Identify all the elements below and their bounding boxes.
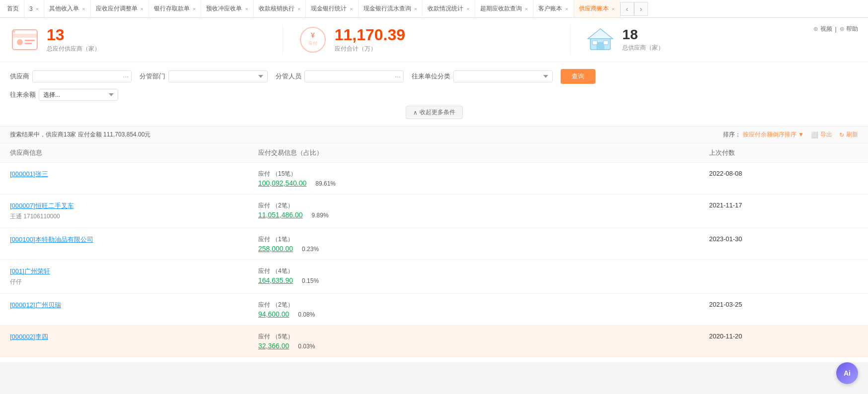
supplier-link-2[interactable]: [000100]本特勒油品有限公司	[10, 236, 93, 243]
supplier-info-3: [001]广州荣轩 仔仔	[10, 267, 258, 286]
nav-arrow-left[interactable]: ‹	[620, 2, 634, 16]
close-tab-customer-account[interactable]: ×	[565, 6, 568, 12]
nav-tab-cash-bank-flow-label: 现金银行流水查询	[363, 4, 411, 13]
payable-total-label: 应付合计（万）	[335, 45, 405, 53]
search-field-category: 往来单位分类	[412, 70, 553, 82]
video-link[interactable]: ⊙ 视频	[813, 25, 832, 33]
svg-text:¥: ¥	[12, 29, 15, 34]
last-pay-date-1: 2021-11-17	[709, 201, 742, 209]
supplier-sub-3: 仔仔	[10, 278, 258, 286]
close-tab-cash-bank-flow[interactable]: ×	[414, 6, 417, 12]
close-tab-collect-verify[interactable]: ×	[297, 6, 300, 12]
close-tab-cash-bank-stat[interactable]: ×	[350, 6, 353, 12]
table-header: 供应商信息 应付交易信息（占比） 上次付数	[0, 143, 868, 163]
sort-label-text: 排序：	[723, 131, 741, 138]
nav-tab-supplier-account[interactable]: 供应商账本 ×	[574, 0, 620, 17]
table-row: [001]广州荣轩 仔仔 应付 （4笔） 164,635.90 0.15%	[0, 260, 868, 294]
category-select[interactable]	[453, 70, 553, 82]
nav-tab-customer-account[interactable]: 客户账本 ×	[533, 0, 574, 17]
close-tab-payable-adjust[interactable]: ×	[141, 6, 144, 12]
person-input[interactable]	[304, 70, 404, 82]
supplier-input[interactable]	[32, 70, 132, 82]
percent-2: 0.23%	[302, 246, 319, 253]
nav-tab-overdue-query[interactable]: 超期应收款查询 ×	[475, 0, 533, 17]
tx-label-0: 应付	[258, 170, 270, 178]
last-pay-date-0: 2022-08-08	[709, 170, 742, 177]
supplier-link-4[interactable]: [000012]广州贝瑞	[10, 301, 61, 309]
refresh-button[interactable]: ↻ 刷新	[839, 131, 858, 139]
nav-tab-cash-bank-flow[interactable]: 现金银行流水查询 ×	[359, 0, 423, 17]
supplier-info-4: [000012]广州贝瑞	[10, 301, 258, 312]
tx-label-5: 应付	[258, 332, 270, 341]
supplier-link-3[interactable]: [001]广州荣轩	[10, 267, 50, 275]
tx-row-1: 应付 （2笔）	[258, 201, 709, 210]
stat-info-payable-suppliers: 13 总应付供应商（家）	[47, 27, 100, 53]
nav-tab-cash-bank-stat[interactable]: 现金银行统计 ×	[306, 0, 358, 17]
nav-tab-payable-adjust-label: 应收应付调整单	[96, 4, 138, 13]
dept-select[interactable]	[168, 70, 268, 82]
nav-tab-other-income[interactable]: 其他收入单 ×	[44, 0, 90, 17]
nav-tab-home[interactable]: 首页	[2, 0, 24, 17]
total-suppliers-label: 总供应商（家）	[622, 44, 664, 52]
sort-value[interactable]: 按应付余额倒序排序 ▼	[743, 131, 804, 138]
close-tab-bank-deposit[interactable]: ×	[193, 6, 196, 12]
supplier-link-0[interactable]: [000001]张三	[10, 170, 48, 178]
top-navigation: 首页 3 × 其他收入单 × 应收应付调整单 × 银行存取款单 × 预收冲应收单…	[0, 0, 868, 18]
collapse-button[interactable]: ∧ 收起更多条件	[406, 106, 463, 119]
close-tab-other-income[interactable]: ×	[82, 6, 85, 12]
link-separator: |	[835, 26, 837, 33]
payable-total-amount: 11,170.39	[335, 27, 405, 43]
amount-value-5[interactable]: 32,366.00	[258, 342, 289, 350]
tx-count-2: （1笔）	[272, 235, 293, 244]
col-header-last-pay: 上次付数	[709, 148, 858, 157]
amount-value-0[interactable]: 100,092,540.00	[258, 179, 306, 187]
tx-info-3: 应付 （4笔） 164,635.90 0.15%	[258, 267, 709, 284]
supplier-label: 供应商	[10, 72, 29, 81]
export-button[interactable]: ⬜ 导出	[811, 131, 832, 139]
tx-row-3: 应付 （4笔）	[258, 267, 709, 275]
svg-text:¥: ¥	[311, 31, 315, 39]
supplier-link-5[interactable]: [000002]李四	[10, 333, 48, 340]
nav-tab-payable-adjust[interactable]: 应收应付调整单 ×	[91, 0, 149, 17]
amount-value-2[interactable]: 258,000.00	[258, 245, 293, 253]
collapse-label: 收起更多条件	[420, 108, 455, 117]
percent-5: 0.03%	[298, 343, 315, 350]
dept-label: 分管部门	[140, 72, 165, 81]
balance-select[interactable]: 选择...	[39, 89, 118, 101]
nav-arrow-right[interactable]: ›	[634, 2, 648, 16]
last-pay-0: 2022-08-08	[709, 170, 858, 177]
table-body: [000001]张三 应付 （15笔） 100,092,540.00 89.61…	[0, 163, 868, 357]
supplier-input-wrapper: ···	[32, 70, 132, 82]
nav-tab-collect-verify[interactable]: 收款核销执行 ×	[254, 0, 306, 17]
last-pay-date-4: 2021-03-25	[709, 301, 742, 308]
close-tab-collect-status[interactable]: ×	[466, 6, 469, 12]
last-pay-2: 2023-01-30	[709, 235, 858, 243]
nav-tab-collect-status[interactable]: 收款情况统计 ×	[423, 0, 475, 17]
dept-select-wrapper	[168, 70, 268, 82]
header-help-links: ⊙ 视频 | ⊙ 帮助	[813, 25, 858, 33]
close-tab-overdue-query[interactable]: ×	[525, 6, 528, 12]
nav-tab-bank-deposit[interactable]: 银行存取款单 ×	[149, 0, 201, 17]
close-tab-supplier-account[interactable]: ×	[612, 6, 615, 12]
tx-count-5: （5笔）	[272, 332, 293, 341]
supplier-link-1[interactable]: [000007]恒旺二手叉车	[10, 202, 74, 209]
tx-row-5: 应付 （5笔）	[258, 332, 709, 341]
nav-tab-advance-collect[interactable]: 预收冲应收单 ×	[201, 0, 253, 17]
tx-amount-row-3: 164,635.90 0.15%	[258, 275, 709, 284]
tx-amount-row-1: 11,051,486.00 9.89%	[258, 210, 709, 219]
nav-tab-3[interactable]: 3 ×	[24, 0, 44, 17]
tx-info-1: 应付 （2笔） 11,051,486.00 9.89%	[258, 201, 709, 219]
payable-icon: ¥	[10, 25, 40, 55]
category-select-wrapper	[453, 70, 553, 82]
result-text: 搜索结果中，供应商13家 应付金额 111,703,854.00元	[10, 131, 150, 139]
nav-tab-advance-collect-label: 预收冲应收单	[206, 4, 242, 13]
amount-value-1[interactable]: 11,051,486.00	[258, 211, 303, 219]
svg-point-2	[17, 39, 23, 45]
percent-4: 0.08%	[298, 311, 315, 318]
help-link[interactable]: ⊙ 帮助	[840, 25, 858, 33]
close-tab-3[interactable]: ×	[36, 6, 39, 12]
close-tab-advance-collect[interactable]: ×	[245, 6, 248, 12]
amount-value-3[interactable]: 164,635.90	[258, 276, 293, 284]
amount-value-4[interactable]: 94,600.00	[258, 310, 289, 318]
query-button[interactable]: 查询	[561, 69, 595, 84]
